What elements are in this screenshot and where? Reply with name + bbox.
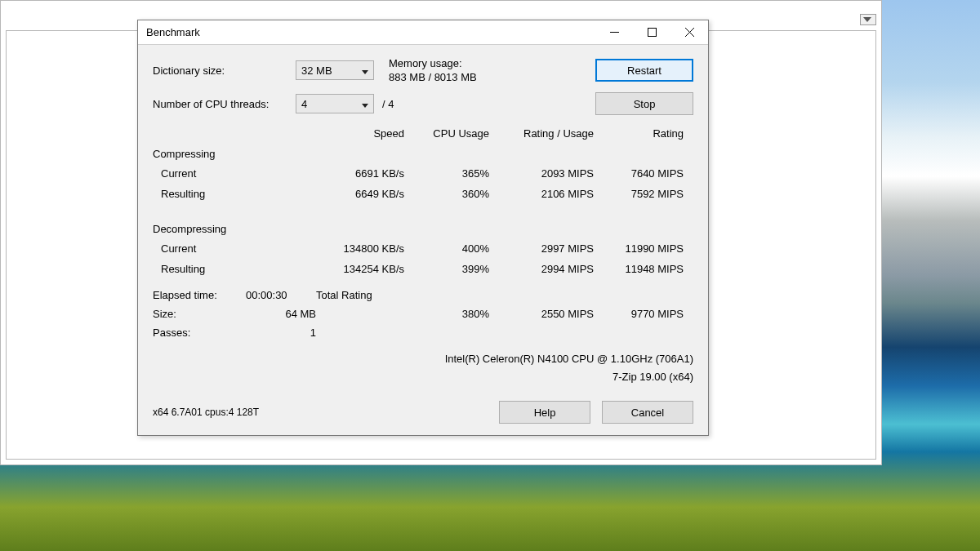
row-label: Resulting: [153, 263, 292, 275]
cell-ru: 2106 MIPS: [489, 188, 594, 200]
cell-speed: 6649 KB/s: [292, 188, 404, 200]
col-speed: Speed: [292, 127, 404, 140]
total-ru: 2550 MIPS: [489, 308, 594, 320]
elapsed-value: 00:00:30: [246, 289, 316, 301]
col-cpu: CPU Usage: [404, 127, 489, 140]
elapsed-label: Elapsed time:: [153, 289, 246, 301]
benchmark-dialog: Benchmark Dictionary size: 32 MB Memory …: [137, 20, 709, 436]
cell-rating: 7640 MIPS: [594, 167, 684, 180]
memory-usage-value: 883 MB / 8013 MB: [389, 70, 477, 84]
results-header: Speed CPU Usage Rating / Usage Rating: [153, 123, 693, 144]
row-label: Current: [153, 167, 292, 180]
dictionary-size-label: Dictionary size:: [153, 64, 296, 77]
cell-ru: 2093 MIPS: [489, 167, 594, 180]
cell-cpu: 400%: [404, 242, 489, 255]
maximize-icon: [648, 28, 657, 37]
restart-button[interactable]: Restart: [595, 59, 693, 82]
row-label: Current: [153, 242, 292, 255]
compress-result-row: Resulting 6649 KB/s 360% 2106 MIPS 7592 …: [153, 184, 693, 204]
size-label: Size:: [153, 308, 246, 320]
total-cpu: 380%: [406, 308, 489, 320]
cpu-threads-label: Number of CPU threads:: [153, 98, 296, 110]
decompress-result-row: Resulting 134254 KB/s 399% 2994 MIPS 119…: [153, 259, 693, 279]
title-bar: Benchmark: [138, 20, 708, 45]
cpu-threads-max: / 4: [382, 98, 394, 110]
decompressing-title: Decompressing: [153, 219, 693, 238]
svg-rect-1: [648, 29, 656, 37]
decompress-current-row: Current 134800 KB/s 400% 2997 MIPS 11990…: [153, 238, 693, 259]
total-rating-label: Total Rating: [316, 289, 406, 301]
window-title: Benchmark: [146, 26, 595, 38]
cell-ru: 2997 MIPS: [489, 242, 594, 255]
compress-current-row: Current 6691 KB/s 365% 2093 MIPS 7640 MI…: [153, 163, 693, 184]
build-info: x64 6.7A01 cpus:4 128T: [153, 407, 259, 418]
cell-cpu: 399%: [404, 263, 489, 275]
total-rating: 9770 MIPS: [594, 308, 684, 320]
maximize-button[interactable]: [633, 20, 670, 45]
cell-speed: 134800 KB/s: [292, 242, 404, 255]
chevron-down-icon: [362, 64, 368, 77]
cell-rating: 7592 MIPS: [594, 188, 684, 200]
version-info: 7-Zip 19.00 (x64): [153, 368, 693, 386]
row-label: Resulting: [153, 188, 292, 200]
compressing-title: Compressing: [153, 144, 693, 163]
cancel-button[interactable]: Cancel: [602, 401, 693, 424]
cell-speed: 134254 KB/s: [292, 263, 404, 275]
cpu-threads-select[interactable]: 4: [296, 94, 374, 113]
chevron-down-icon: [362, 98, 368, 110]
dictionary-size-select[interactable]: 32 MB: [296, 60, 374, 80]
close-icon: [685, 28, 694, 37]
stop-button[interactable]: Stop: [595, 92, 693, 115]
cell-cpu: 360%: [404, 188, 489, 200]
passes-label: Passes:: [153, 327, 246, 339]
size-value: 64 MB: [246, 308, 316, 320]
close-button[interactable]: [670, 20, 708, 45]
cell-speed: 6691 KB/s: [292, 167, 404, 180]
cpu-threads-value: 4: [301, 98, 307, 110]
cell-rating: 11948 MIPS: [594, 263, 684, 275]
dictionary-size-value: 32 MB: [301, 64, 332, 77]
help-button[interactable]: Help: [499, 401, 590, 424]
cpu-info: Intel(R) Celeron(R) N4100 CPU @ 1.10GHz …: [153, 350, 693, 368]
col-rating-usage: Rating / Usage: [489, 127, 594, 140]
col-rating: Rating: [594, 127, 684, 140]
minimize-button[interactable]: [595, 20, 633, 45]
dropdown-toggle-icon[interactable]: [860, 14, 876, 25]
memory-usage-label: Memory usage:: [389, 56, 477, 70]
passes-value: 1: [246, 327, 316, 339]
cell-cpu: 365%: [404, 167, 489, 180]
cell-rating: 11990 MIPS: [594, 242, 684, 255]
minimize-icon: [610, 28, 619, 37]
cell-ru: 2994 MIPS: [489, 263, 594, 275]
